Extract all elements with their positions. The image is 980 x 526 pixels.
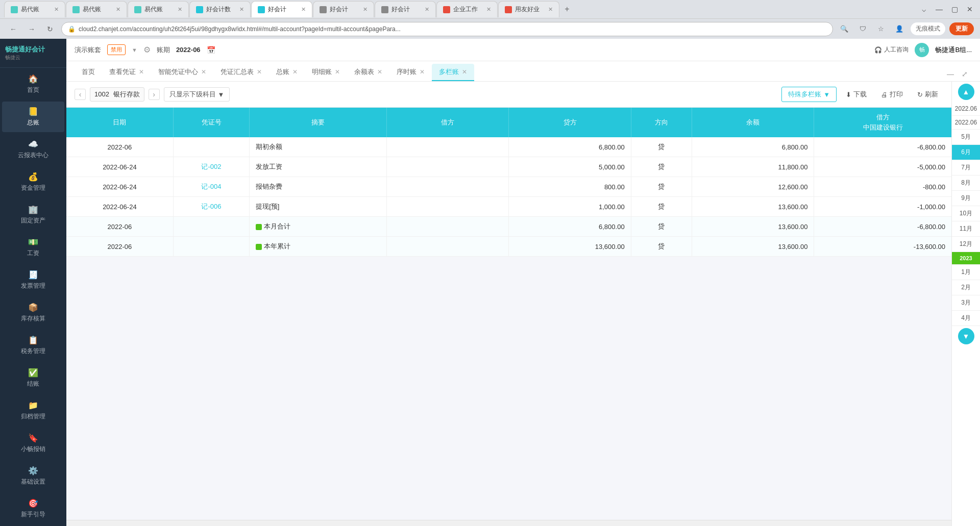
demo-tag[interactable]: 禁用 [107,44,126,55]
calendar-up-btn[interactable]: ▲ [958,84,974,100]
tab-detail-ledger[interactable]: 明细账 ✕ [305,64,347,81]
tab-close-6[interactable]: ✕ [363,6,368,13]
back-btn[interactable]: ← [6,22,20,36]
close-tab-gl[interactable]: ✕ [292,68,298,76]
tab-7[interactable]: 好会计 ✕ [375,1,436,17]
tab-4[interactable]: 好会计数 ✕ [189,1,251,17]
print-btn[interactable]: 🖨 打印 [876,87,908,102]
tab-view-voucher[interactable]: 查看凭证 ✕ [102,64,151,81]
maximize-btn[interactable]: ▢ [948,3,961,15]
sidebar-item-archive[interactable]: 📁 归档管理 [2,395,64,426]
shield-icon[interactable]: 🛡 [855,22,870,36]
tab-close-4[interactable]: ✕ [239,6,244,13]
close-tab-vsummary[interactable]: ✕ [257,68,262,76]
cal-month-5[interactable]: 5月 [952,130,980,145]
tab-close-5[interactable]: ✕ [301,6,306,13]
cal-month-12[interactable]: 12月 [952,237,980,252]
cal-month-8[interactable]: 8月 [952,176,980,191]
star-icon[interactable]: ☆ [874,22,888,36]
new-tab-button[interactable]: + [560,2,574,16]
calendar-down-btn[interactable]: ▼ [958,328,974,344]
tab-close-9[interactable]: ✕ [548,6,553,13]
sidebar-item-invoice[interactable]: 🧾 发票管理 [2,265,64,295]
close-tab-mc[interactable]: ✕ [462,68,467,76]
tab-3[interactable]: 易代账 ✕ [128,1,189,17]
tab-minimize-icon[interactable]: — [943,67,958,81]
close-tab-dl[interactable]: ✕ [335,68,340,76]
horizontal-scrollbar[interactable] [66,520,951,526]
dropdown-arrow-icon[interactable]: ▼ [132,47,137,53]
calendar-icon[interactable]: 📅 [207,46,215,54]
update-button[interactable]: 更新 [949,22,974,35]
close-tab-bs[interactable]: ✕ [377,68,382,76]
sidebar-item-ledger[interactable]: 📒 总账 [2,102,64,132]
cal-2022-06-top[interactable]: 2022.06 [952,102,980,116]
topbar-settings-icon[interactable]: ⚙ [143,45,151,55]
address-input[interactable]: 🔒 cloud2.chanjet.com/accounting/uh26t264… [61,22,833,36]
period-value[interactable]: 2022-06 [176,46,201,54]
tab-sequence-ledger[interactable]: 序时账 ✕ [389,64,432,81]
sidebar-item-salary[interactable]: 💵 工资 [2,232,64,263]
tab-close-1[interactable]: ✕ [54,6,59,13]
profile-icon[interactable]: 👤 [892,22,906,36]
tab-multi-col[interactable]: 多栏账 ✕ [432,64,474,81]
sidebar-item-cloud[interactable]: ☁️ 云报表中心 [2,134,64,165]
service-button[interactable]: 🎧 人工咨询 [874,45,909,54]
tab-list-btn[interactable]: ⌵ [918,3,930,15]
user-avatar[interactable]: 畅 [915,43,929,57]
cal-2022-06-2[interactable]: 2022.06 [952,116,980,130]
cal-2023-month-1[interactable]: 1月 [952,265,980,280]
next-account-btn[interactable]: › [149,89,160,100]
tab-close-8[interactable]: ✕ [486,6,491,13]
cal-month-9[interactable]: 9月 [952,191,980,206]
cal-month-6[interactable]: 6月 [952,145,980,160]
sidebar-item-home[interactable]: 🏠 首页 [2,69,64,99]
cal-2023-month-2[interactable]: 2月 [952,280,980,295]
voucher-link-2[interactable]: 记-004 [201,183,221,190]
tab-voucher-summary[interactable]: 凭证汇总表 ✕ [213,64,269,81]
sidebar-item-inventory[interactable]: 📦 库存核算 [2,297,64,328]
tab-1[interactable]: 易代账 ✕ [4,1,65,17]
close-tab-view-voucher[interactable]: ✕ [139,68,144,76]
filter-dropdown[interactable]: 只显示下级科目 ▼ [164,87,230,102]
voucher-link-3[interactable]: 记-006 [201,203,221,210]
tab-general-ledger[interactable]: 总账 ✕ [269,64,305,81]
refresh-btn-browser[interactable]: ↻ [43,22,57,36]
prev-account-btn[interactable]: ‹ [75,89,86,100]
sidebar-item-settings[interactable]: ⚙️ 基础设置 [2,461,64,491]
forward-btn[interactable]: → [24,22,39,36]
cal-2023-month-4[interactable]: 4月 [952,311,980,326]
sidebar-item-close[interactable]: ✅ 结账 [2,363,64,393]
cal-month-7[interactable]: 7月 [952,160,980,176]
sidebar-item-assets[interactable]: 🏢 固定资产 [2,199,64,230]
refresh-ledger-btn[interactable]: ↻ 刷新 [912,87,943,102]
cal-month-10[interactable]: 10月 [952,206,980,221]
sidebar-item-guide[interactable]: 🎯 新手引导 [2,493,64,524]
minimize-btn[interactable]: — [933,3,945,15]
tab-close-2[interactable]: ✕ [116,6,120,13]
sidebar-item-tax[interactable]: 📋 税务管理 [2,330,64,361]
tab-5-active[interactable]: 好会计 ✕ [251,1,312,17]
tab-9[interactable]: 用友好业 ✕ [498,1,559,17]
close-tab-sl[interactable]: ✕ [420,68,425,76]
tab-home[interactable]: 首页 [75,64,102,81]
special-multi-col-btn[interactable]: 特殊多栏账 ▼ [781,87,837,102]
cal-month-11[interactable]: 11月 [952,221,980,237]
tab-8[interactable]: 企业工作 ✕ [436,1,498,17]
close-tab-smart[interactable]: ✕ [201,68,206,76]
cal-2023-month-3[interactable]: 3月 [952,295,980,311]
sidebar-item-fund[interactable]: 💰 资金管理 [2,167,64,197]
search-icon[interactable]: 🔍 [837,22,851,36]
tab-close-7[interactable]: ✕ [425,6,429,13]
close-browser-btn[interactable]: ✕ [964,3,976,15]
tab-6[interactable]: 好会计 ✕ [313,1,374,17]
tab-balance-sheet[interactable]: 余额表 ✕ [347,64,389,81]
cal-year-2023-badge[interactable]: 2023 [952,252,980,265]
voucher-link-1[interactable]: 记-002 [201,163,221,170]
download-btn[interactable]: ⬇ 下载 [841,87,872,102]
tab-close-3[interactable]: ✕ [178,6,182,13]
tab-2[interactable]: 易代账 ✕ [66,1,127,17]
tab-smart-voucher[interactable]: 智能凭证中心 ✕ [151,64,213,81]
sidebar-item-expense[interactable]: 🔖 小畅报销 [2,428,64,459]
tab-expand-icon[interactable]: ⤢ [958,67,972,81]
